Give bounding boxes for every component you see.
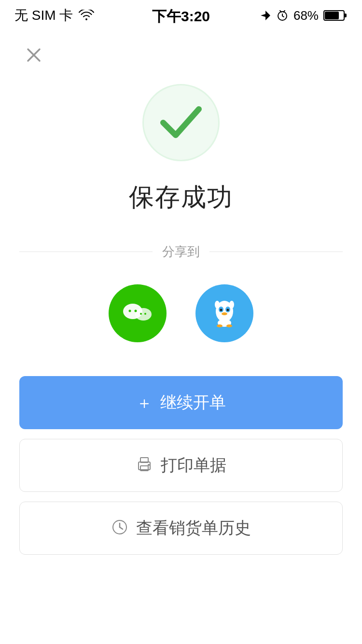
svg-point-24 bbox=[226, 324, 232, 327]
qq-icon bbox=[208, 297, 241, 330]
success-title: 保存成功 bbox=[129, 181, 233, 214]
print-button[interactable]: 打印单据 bbox=[19, 439, 343, 492]
continue-button[interactable]: ＋ 继续开单 bbox=[19, 376, 343, 429]
history-label: 查看销货单历史 bbox=[136, 517, 251, 539]
share-wechat-button[interactable] bbox=[109, 284, 167, 342]
svg-point-19 bbox=[220, 309, 223, 311]
action-buttons: ＋ 继续开单 打印单据 bbox=[19, 376, 343, 555]
history-button[interactable]: 查看销货单历史 bbox=[19, 502, 343, 555]
svg-point-20 bbox=[227, 309, 229, 311]
wechat-icon bbox=[120, 296, 155, 331]
no-sim-label: 无 SIM 卡 bbox=[14, 6, 73, 25]
svg-point-13 bbox=[135, 310, 137, 312]
printer-icon bbox=[136, 456, 153, 476]
share-divider: 分享到 bbox=[19, 243, 343, 260]
status-right: 68% bbox=[260, 8, 348, 23]
svg-point-14 bbox=[140, 313, 142, 315]
wifi-icon bbox=[79, 10, 94, 21]
main-content: 保存成功 分享到 bbox=[0, 31, 362, 584]
plus-icon: ＋ bbox=[136, 394, 153, 411]
share-qq-button[interactable] bbox=[195, 284, 253, 342]
svg-point-21 bbox=[222, 312, 227, 315]
svg-line-2 bbox=[282, 16, 284, 17]
svg-point-23 bbox=[217, 324, 223, 327]
checkmark-icon bbox=[159, 105, 203, 140]
svg-point-15 bbox=[144, 313, 146, 315]
svg-rect-6 bbox=[344, 14, 347, 17]
close-icon bbox=[25, 46, 42, 64]
divider-line-right bbox=[209, 252, 343, 252]
print-label: 打印单据 bbox=[161, 454, 226, 476]
battery-percent: 68% bbox=[293, 8, 319, 23]
svg-point-12 bbox=[129, 310, 131, 312]
svg-line-33 bbox=[120, 527, 123, 529]
continue-label: 继续开单 bbox=[160, 392, 226, 414]
svg-rect-7 bbox=[325, 12, 339, 19]
divider-line-left bbox=[19, 252, 153, 252]
status-bar: 无 SIM 卡 下午3:20 68% bbox=[0, 0, 362, 31]
clock-icon bbox=[111, 518, 128, 538]
battery-icon bbox=[323, 9, 348, 22]
status-left: 无 SIM 卡 bbox=[14, 6, 94, 25]
close-button[interactable] bbox=[19, 41, 48, 70]
svg-point-26 bbox=[229, 301, 234, 308]
status-time: 下午3:20 bbox=[152, 7, 210, 27]
alarm-icon bbox=[276, 9, 289, 22]
svg-point-30 bbox=[148, 464, 150, 466]
location-icon bbox=[260, 10, 271, 21]
svg-point-11 bbox=[135, 308, 152, 321]
share-label: 分享到 bbox=[162, 243, 200, 260]
share-icons-row bbox=[109, 284, 253, 342]
success-circle bbox=[142, 84, 220, 161]
svg-point-25 bbox=[215, 301, 220, 308]
